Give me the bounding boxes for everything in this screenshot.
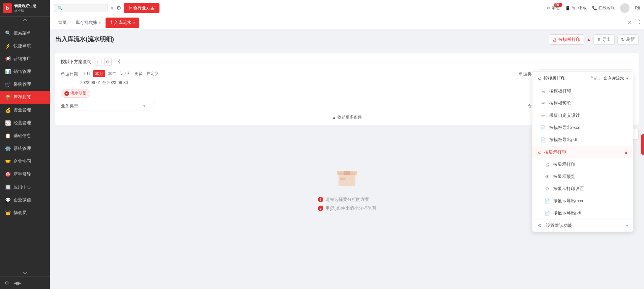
- print-header-icon: 🖨: [537, 76, 541, 81]
- topbar-search-box[interactable]: 🔍: [54, 4, 108, 12]
- template-print-btn[interactable]: 🖨 按模板打印: [549, 34, 584, 45]
- tab-stock-flow[interactable]: 出入库流水 ×: [106, 18, 139, 28]
- collapse-footer-btn[interactable]: ◀▶: [14, 280, 21, 286]
- sidebar-item-label: 快捷导航: [13, 43, 31, 49]
- dropdown-item-template-preview[interactable]: 👁 按模板预览: [532, 97, 633, 109]
- filter-add-btn[interactable]: +: [94, 58, 101, 65]
- date-shortcut-this-year[interactable]: 本年: [107, 70, 117, 77]
- sidebar-item-inventory[interactable]: 📦 库存核算: [0, 91, 50, 104]
- dropdown-footer-default[interactable]: ⚙ 设置默认功能 ▾: [532, 219, 633, 232]
- business-type-select[interactable]: ▾: [81, 102, 155, 110]
- service-icon: 📞: [592, 6, 597, 10]
- content-area: 出入库流水(流水明细) 🖨 按模板打印 ▲ ⬆ 导出 ↻: [50, 29, 644, 289]
- app-title: 畅捷通好生意 标准版: [14, 3, 36, 12]
- display-header-label: 按显示打印: [544, 149, 566, 155]
- template-custom-label: 模板自定义设计: [549, 112, 580, 119]
- sidebar-item-apps[interactable]: 🔲 应用中心: [0, 181, 50, 193]
- topbar-dropdown-icon[interactable]: ▾: [111, 4, 114, 12]
- sidebar-item-purchase[interactable]: 🛒 采购管理: [0, 78, 50, 91]
- topbar-search-icon: 🔍: [58, 6, 63, 10]
- tab-inventory-batch[interactable]: 库存批次账 ×: [71, 18, 105, 28]
- dropdown-item-display-print[interactable]: 🖨 按显示打印: [532, 158, 633, 170]
- tab-stock-flow-close[interactable]: ×: [133, 21, 135, 25]
- sidebar-item-members[interactable]: 👑 畅会员: [0, 206, 50, 219]
- sidebar-scroll-up[interactable]: [0, 17, 50, 25]
- right-edge-handle[interactable]: [641, 134, 644, 155]
- print-chevron-icon[interactable]: ▲: [587, 37, 591, 42]
- sidebar-item-guide[interactable]: 🎯 新手引导: [0, 168, 50, 181]
- trial-btn[interactable]: 体验行业方案: [124, 3, 159, 13]
- settings-footer-btn[interactable]: ⚙: [5, 280, 9, 286]
- sidebar: b 畅捷通好生意 标准版 🔍 搜索菜单 ⚡ 快捷导航 📢 营销推广: [0, 0, 50, 289]
- filter-collapse-icon[interactable]: 《: [114, 58, 122, 65]
- scroll-down-icon[interactable]: [23, 270, 27, 274]
- business-type-arrow: ▾: [143, 104, 145, 108]
- topbar-app-btn[interactable]: 📱 App下载: [565, 5, 587, 11]
- sidebar-item-marketing[interactable]: 📢 营销推广: [0, 52, 50, 65]
- dropdown-display-header[interactable]: 🖨 按显示打印 ▲: [532, 146, 633, 158]
- tab-home[interactable]: 首页: [54, 18, 71, 28]
- template-excel-label: 按模板导出excel: [549, 125, 581, 131]
- template-pdf-label: 按模板导出pdf: [549, 137, 577, 143]
- print-dropdown-panel: 🖨 按模板打印 当前： 出入库流水 ▾ 🖨 按模板打印: [532, 72, 633, 232]
- topbar-service-btn[interactable]: 📞 在线客服: [592, 5, 615, 11]
- dropdown-item-display-preview[interactable]: 👁 按显示预览: [532, 170, 633, 183]
- sidebar-item-wechat[interactable]: 💬 企业微信: [0, 193, 50, 206]
- topbar-username[interactable]: Rit: [635, 6, 640, 10]
- sidebar-item-search[interactable]: 🔍 搜索菜单: [0, 27, 50, 40]
- date-shortcut-this-month[interactable]: 本月: [93, 70, 105, 77]
- template-excel-icon: 📄: [540, 125, 546, 130]
- template-preview-icon: 👁: [540, 101, 546, 106]
- current-value: 出入库流水: [604, 76, 624, 81]
- sidebar-item-label: 企业微信: [13, 197, 31, 203]
- tag-icon: ●: [64, 91, 69, 96]
- dropdown-item-template-custom[interactable]: ✏ 模板自定义设计: [532, 109, 633, 122]
- sidebar-item-system[interactable]: ⚙️ 系统管理: [0, 142, 50, 155]
- template-print-icon: 🖨: [540, 88, 546, 94]
- collapse-filter-btn[interactable]: ▲ 收起更多条件: [332, 114, 362, 120]
- step1-text: 请先选择要分析的方案: [325, 196, 369, 203]
- default-arrow: ▾: [626, 223, 628, 228]
- tab-close-all-btn[interactable]: ✕: [627, 19, 632, 26]
- display-settings-icon: ⚙: [545, 186, 550, 191]
- tab-inventory-batch-close[interactable]: ×: [99, 21, 101, 25]
- date-filter-label: 单据日期: [61, 71, 78, 77]
- sidebar-item-quick-nav[interactable]: ⚡ 快捷导航: [0, 40, 50, 52]
- print-icon: 🖨: [553, 37, 557, 42]
- filter-gear-btn[interactable]: ⚙: [104, 58, 112, 65]
- dropdown-current-arrow[interactable]: ▾: [626, 76, 628, 81]
- export-btn[interactable]: ⬆ 导出: [593, 34, 615, 45]
- sidebar-item-operations[interactable]: 📈 经营管理: [0, 116, 50, 129]
- dropdown-item-template-excel[interactable]: 📄 按模板导出excel: [532, 122, 633, 134]
- wechat-icon: 💬: [5, 197, 11, 203]
- refresh-btn[interactable]: ↻ 刷新: [617, 34, 639, 45]
- date-shortcut-custom[interactable]: 自定义: [145, 70, 160, 77]
- topbar-avatar[interactable]: [620, 3, 630, 13]
- date-shortcut-7days[interactable]: 近7天: [119, 70, 132, 77]
- scroll-up-icon[interactable]: [23, 19, 27, 23]
- empty-steps: 1 请先选择要分析的方案 2 用[选]条件来缩小分析范围: [318, 196, 376, 211]
- template-print-item-label: 按模板打印: [549, 88, 571, 94]
- topbar-gear-icon[interactable]: ⚙: [116, 5, 121, 11]
- dropdown-item-display-settings[interactable]: ⚙ 按显示打印设置: [532, 183, 633, 195]
- dropdown-item-display-excel[interactable]: 📄 按显示导出excel: [532, 195, 633, 207]
- display-settings-label: 按显示打印设置: [553, 186, 584, 192]
- dropdown-title: 🖨 按模板打印: [537, 75, 565, 81]
- tab-maximize-btn[interactable]: ⛶: [635, 19, 640, 26]
- sidebar-item-basic[interactable]: 📋 基础信息: [0, 129, 50, 142]
- dropdown-item-template-pdf[interactable]: 📄 按模板导出pdf: [532, 134, 633, 146]
- date-shortcut-prev-month[interactable]: 上月: [81, 70, 92, 77]
- dropdown-item-display-pdf[interactable]: 📄 按显示导出pdf: [532, 207, 633, 219]
- date-shortcut-more[interactable]: 更多: [133, 70, 144, 77]
- topbar-message-btn[interactable]: ✉ 消息 99+: [547, 5, 560, 11]
- sidebar-item-collab[interactable]: 🤝 企业协同: [0, 155, 50, 168]
- sidebar-footer: ⚙ ◀▶: [0, 277, 50, 289]
- sidebar-item-sales[interactable]: 📊 销售管理: [0, 65, 50, 78]
- members-icon: 👑: [5, 210, 11, 216]
- collapse-chevron-icon: ▲: [332, 115, 336, 120]
- dropdown-header: 🖨 按模板打印 当前： 出入库流水 ▾: [532, 72, 633, 85]
- sidebar-scroll-down[interactable]: [0, 268, 50, 277]
- sidebar-item-finance[interactable]: 💰 资金管理: [0, 104, 50, 116]
- filter-tag-flow[interactable]: ● 流水明细: [61, 89, 90, 98]
- dropdown-item-template-print[interactable]: 🖨 按模板打印: [532, 85, 633, 97]
